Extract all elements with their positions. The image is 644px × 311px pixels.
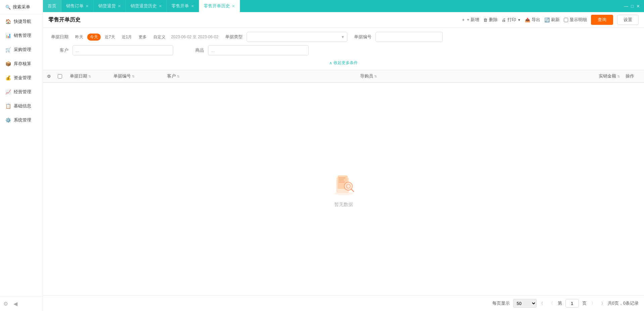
th-amount: 实销金额 ⇅	[586, 73, 620, 79]
sidebar-item-operations[interactable]: 📈 经营管理	[0, 85, 43, 99]
th-guide: 导购员 ⇅	[360, 73, 394, 79]
sidebar-item-finance[interactable]: 💰 资金管理	[0, 71, 43, 85]
per-page-select[interactable]: 50 10 20 100	[513, 299, 537, 308]
doc-num-input[interactable]	[376, 32, 443, 42]
page-label-text: 第	[558, 300, 562, 306]
filter-row-customer: 客户 ... 商品 ...	[48, 45, 639, 55]
pagination: 每页显示 50 10 20 100 ⟨ 〈 第 页 〉 ⟩ 共0页，0条记录	[43, 295, 644, 311]
week-btn[interactable]: 近7天	[102, 34, 118, 41]
total-records: 共0页，0条记录	[608, 300, 639, 306]
tab-sales-order-label: 销售订单	[66, 3, 84, 9]
sidebar-item-quick-nav[interactable]: 🏠 快捷导航	[0, 14, 43, 29]
tab-home-label: 首页	[48, 3, 56, 9]
tab-sales-return[interactable]: 销货退货 ✕	[94, 0, 126, 12]
next-page-button[interactable]: 〉	[590, 300, 597, 307]
tab-retail-open-history[interactable]: 零售开单历史 ✕	[199, 0, 240, 12]
goods-input[interactable]: ...	[208, 45, 309, 55]
goods-placeholder: ...	[211, 48, 215, 53]
empty-state: 暂无数据	[43, 83, 644, 295]
sales-icon: 📊	[5, 33, 11, 38]
more-btn[interactable]: 更多	[136, 34, 149, 41]
home-icon: 🏠	[5, 19, 11, 24]
tab-sales-order[interactable]: 销售订单 ✕	[61, 0, 94, 12]
tab-sales-return-history-label: 销货退货历史	[131, 3, 157, 9]
tab-sales-return-close[interactable]: ✕	[118, 4, 121, 8]
customer-input[interactable]: ...	[72, 45, 173, 55]
th-num-sort-icon[interactable]: ⇅	[132, 74, 135, 78]
page-number-input[interactable]	[565, 299, 579, 308]
yesterday-btn[interactable]: 昨天	[72, 34, 86, 41]
th-customer-sort-icon[interactable]: ⇅	[177, 74, 180, 78]
per-page-select-wrapper: 50 10 20 100	[513, 299, 537, 308]
th-guide-sort-icon[interactable]: ⇅	[374, 74, 377, 78]
tab-retail-open[interactable]: 零售开单 ✕	[167, 0, 199, 12]
sidebar-footer: ⚙ ◀	[0, 296, 43, 311]
sidebar-item-system[interactable]: ⚙️ 系统管理	[0, 113, 43, 127]
per-page-label: 每页显示	[492, 300, 510, 306]
display-detail-checkbox[interactable]	[564, 18, 568, 22]
query-button[interactable]: 查询	[591, 15, 613, 25]
today-btn[interactable]: 今天	[87, 34, 101, 41]
custom-btn[interactable]: 自定义	[151, 34, 168, 41]
collapse-sidebar-icon[interactable]: ◀	[13, 301, 17, 307]
collapse-up-icon: ∧	[329, 61, 332, 65]
sidebar-item-inventory[interactable]: 📦 库存核算	[0, 57, 43, 71]
sidebar-item-label: 经营管理	[14, 89, 31, 95]
collapse-more-button[interactable]: ∧ 收起更多条件	[48, 59, 639, 67]
search-icon: 🔍	[5, 5, 11, 10]
goods-label: 商品	[184, 47, 204, 53]
display-detail-button[interactable]: 显示明细	[564, 17, 587, 23]
sidebar-item-sales-mgmt[interactable]: 📊 销售管理	[0, 29, 43, 43]
doc-type-select[interactable]	[247, 32, 347, 42]
tab-sales-return-label: 销货退货	[98, 3, 116, 9]
tab-retail-open-close[interactable]: ✕	[191, 4, 194, 8]
last-page-button[interactable]: ⟩	[600, 300, 604, 306]
date-filter-label: 单据日期	[48, 34, 68, 40]
select-all-checkbox[interactable]	[58, 74, 62, 79]
export-button[interactable]: 📤 导出	[525, 17, 540, 23]
sidebar-item-label: 销售管理	[14, 33, 31, 39]
sidebar-item-basic-info[interactable]: 📋 基础信息	[0, 99, 43, 113]
svg-rect-4	[339, 179, 344, 180]
prev-page-button[interactable]: 〈	[548, 300, 554, 307]
th-customer-label: 客户	[167, 73, 176, 79]
svg-rect-5	[339, 182, 345, 183]
delete-label: 删除	[489, 17, 498, 23]
filter-row-date: 单据日期 昨天 今天 近7天 近1月 更多 自定义 2023-06-02 至 2…	[48, 32, 639, 42]
display-detail-label: 显示明细	[569, 17, 587, 23]
maximize-button[interactable]: □	[631, 4, 634, 9]
column-settings-icon[interactable]: ⚙	[47, 74, 51, 79]
sidebar-item-label: 基础信息	[14, 103, 31, 109]
th-amount-sort-icon[interactable]: ⇅	[617, 74, 620, 78]
svg-rect-3	[339, 177, 345, 178]
refresh-button[interactable]: 🔄 刷新	[544, 17, 560, 23]
th-date-sort-icon[interactable]: ⇅	[88, 74, 91, 78]
close-button[interactable]: ✕	[636, 4, 640, 9]
th-date-label: 单据日期	[70, 73, 87, 79]
print-button[interactable]: 🖨 打印 ▼	[502, 17, 521, 23]
add-label: + 新增	[467, 17, 479, 23]
month-btn[interactable]: 近1月	[119, 34, 135, 41]
tab-retail-open-history-close[interactable]: ✕	[232, 4, 235, 8]
setting-button[interactable]: 设置	[617, 15, 639, 25]
tab-sales-order-close[interactable]: ✕	[86, 4, 89, 8]
sidebar-search[interactable]: 🔍 搜索采单	[0, 0, 43, 14]
date-filter-buttons: 昨天 今天 近7天 近1月 更多 自定义 2023-06-02 至 2023-0…	[72, 34, 218, 41]
basic-info-icon: 📋	[5, 103, 11, 109]
tab-home[interactable]: 首页	[43, 0, 61, 12]
refresh-icon: 🔄	[544, 17, 550, 22]
print-icon: 🖨	[502, 17, 506, 22]
doc-type-label: 单据类型	[222, 34, 243, 40]
add-button[interactable]: ＋ + 新增	[461, 17, 479, 23]
sidebar-item-purchase-mgmt[interactable]: 🛒 采购管理	[0, 43, 43, 57]
customer-placeholder: ...	[76, 48, 79, 53]
tab-sales-return-history-close[interactable]: ✕	[159, 4, 162, 8]
finance-icon: 💰	[5, 75, 11, 81]
minimize-button[interactable]: —	[624, 4, 628, 9]
tab-sales-return-history[interactable]: 销货退货历史 ✕	[126, 0, 167, 12]
settings-footer-icon[interactable]: ⚙	[3, 301, 8, 307]
operations-icon: 📈	[5, 89, 11, 95]
page-suffix: 页	[582, 300, 587, 306]
delete-button[interactable]: 🗑 删除	[483, 17, 498, 23]
first-page-button[interactable]: ⟨	[540, 300, 544, 306]
